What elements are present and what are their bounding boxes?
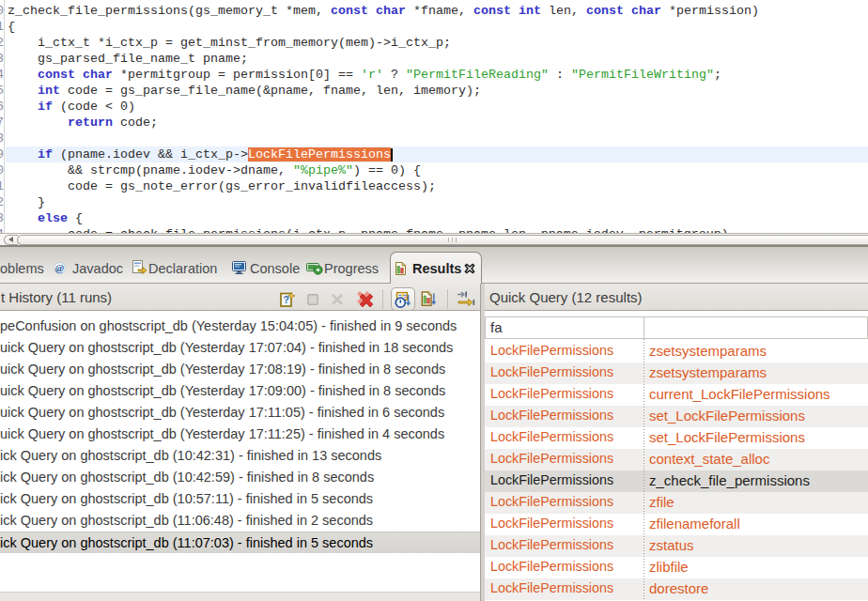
svg-text:@: @ (55, 262, 64, 273)
